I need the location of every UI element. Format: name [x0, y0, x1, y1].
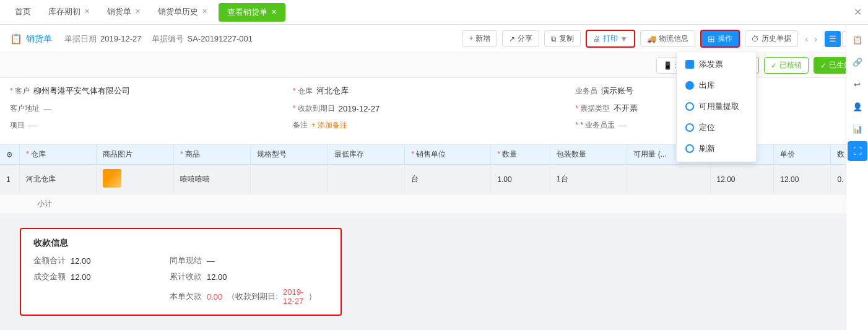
row-available — [627, 165, 710, 194]
row-min-stock — [328, 165, 404, 194]
available-icon — [685, 102, 694, 111]
tab-inventory-close[interactable]: ✕ — [84, 7, 90, 15]
sidebar-undo-btn[interactable]: ↩ — [848, 74, 867, 94]
payment-date-label: 收款到期日 — [293, 103, 335, 114]
window-close[interactable]: ✕ — [854, 6, 862, 18]
nav-arrows: ‹ › — [803, 33, 820, 45]
row-current: 12.00 — [710, 165, 774, 194]
tab-view-sales-close[interactable]: ✕ — [271, 8, 277, 16]
invoice-icon — [685, 60, 694, 69]
operations-dropdown: 添发票 出库 可用量提取 定位 刷新 — [676, 51, 757, 162]
customer-label: 客户 — [10, 86, 30, 97]
row-spec — [251, 165, 328, 194]
total-value: 12.00 — [71, 256, 91, 266]
row-qty: 1.00 — [491, 165, 550, 194]
doc-type-icon: 📋 销货单 — [10, 33, 52, 45]
staff2-value: — — [618, 121, 627, 130]
col-pkg-qty: 包装数量 — [550, 145, 627, 165]
tab-sales-history-close[interactable]: ✕ — [202, 7, 207, 15]
payment-title: 收款信息 — [33, 238, 328, 249]
sidebar-user-btn[interactable]: 👤 — [848, 97, 867, 116]
tab-sales-close[interactable]: ✕ — [135, 7, 141, 15]
ticket-label: 票据类型 — [575, 103, 610, 114]
share-button[interactable]: ↗ 分享 — [502, 30, 539, 47]
tab-home[interactable]: 首页 — [6, 0, 40, 25]
outbound-item[interactable]: 出库 — [677, 75, 756, 96]
row-price: 12.00 — [774, 165, 831, 194]
address-label: 客户地址 — [10, 103, 40, 114]
cumulative-label: 累计收款 — [170, 271, 202, 282]
subtotal-label: 小计 — [0, 194, 868, 214]
print-button[interactable]: 🖨 打印 ▼ — [586, 30, 635, 48]
col-min-stock: 最低库存 — [328, 145, 404, 165]
doc-header: 📋 销货单 单据日期 2019-12-27 单据编号 SA-20191227-0… — [0, 25, 868, 53]
warehouse-label: 仓库 — [293, 86, 313, 97]
tab-inventory[interactable]: 库存期初 ✕ — [40, 0, 98, 25]
warehouse-value: 河北仓库 — [316, 85, 349, 97]
sidebar-chart-btn[interactable]: 📊 — [848, 119, 867, 139]
owed-label: 本单欠款 — [170, 291, 202, 302]
new-button[interactable]: + 新增 — [462, 30, 497, 47]
cumulative-value: 12.00 — [207, 272, 227, 282]
verified-button[interactable]: ✓ 已核销 — [764, 57, 809, 74]
available-qty-item[interactable]: 可用量提取 — [677, 96, 756, 117]
col-product: * 商品 — [173, 145, 250, 165]
total-label: 金额合计 — [33, 255, 66, 266]
customer-value: 柳州粤港平安气体有限公司 — [33, 85, 130, 97]
phone-icon: 📱 — [663, 61, 672, 70]
share-icon: ↗ — [509, 35, 515, 43]
tab-sales[interactable]: 销货单 ✕ — [98, 0, 149, 25]
owed-note: （收款到期日: — [227, 291, 278, 302]
subtotal-row: 小计 — [0, 194, 868, 214]
print-icon: 🖨 — [593, 35, 601, 43]
col-settings[interactable]: ⚙ — [0, 145, 20, 165]
locate-item[interactable]: 定位 — [677, 117, 756, 138]
sidebar-doc-btn[interactable]: 📋 — [848, 30, 867, 50]
logistics-button[interactable]: 🚚 物流信息 — [640, 30, 695, 47]
add-invoice-item[interactable]: 添发票 — [677, 54, 756, 75]
owed-date: 2019-12-27 — [283, 287, 303, 306]
settlement-label: 同单现结 — [170, 255, 202, 266]
col-qty: * 数量 — [491, 145, 550, 165]
row-index: 1 — [0, 165, 20, 194]
right-sidebar: 📋 🔗 ↩ 👤 📊 ⛶ — [846, 25, 868, 330]
row-pkg-qty: 1台 — [550, 165, 627, 194]
tab-sales-history[interactable]: 销货单历史 ✕ — [149, 0, 216, 25]
refresh-icon — [685, 144, 694, 153]
row-unit: 台 — [405, 165, 491, 194]
col-unit: * 销售单位 — [405, 145, 491, 165]
print-dropdown-arrow[interactable]: ▼ — [620, 35, 628, 43]
staff2-label: * 业务员盂 — [575, 120, 615, 131]
project-value: — — [28, 121, 37, 130]
staff-label: 业务员 — [575, 86, 597, 97]
project-label: 项目 — [10, 120, 25, 131]
prev-arrow[interactable]: ‹ — [803, 33, 811, 45]
deal-value: 12.00 — [71, 272, 91, 282]
tab-view-sales[interactable]: 查看销货单 ✕ — [219, 3, 285, 22]
col-price: 单价 — [774, 145, 831, 165]
copy-button[interactable]: ⧉ 复制 — [544, 30, 581, 47]
refresh-item[interactable]: 刷新 — [677, 138, 756, 159]
check-icon2: ✓ — [820, 61, 827, 70]
payment-box: 收款信息 金额合计 12.00 同单现结 — 成交金额 12.00 累计收款 1… — [20, 228, 342, 316]
next-arrow[interactable]: › — [812, 33, 820, 45]
locate-icon — [685, 123, 694, 132]
list-view-btn[interactable]: ☰ — [825, 31, 841, 47]
operations-button[interactable]: ⊞ 操作 — [700, 30, 740, 48]
col-spec: 规格型号 — [251, 145, 328, 165]
row-image — [97, 165, 173, 194]
sidebar-expand-btn[interactable]: ⛶ — [848, 141, 867, 161]
staff-value: 演示账号 — [601, 85, 633, 97]
row-product: 嘻嘻嘻嘻 — [173, 165, 250, 194]
history-button[interactable]: ⏱ 历史单据 — [745, 30, 798, 47]
sidebar-link-btn[interactable]: 🔗 — [848, 52, 867, 72]
add-remark-button[interactable]: 添加备注 — [311, 120, 347, 131]
col-image: 商品图片 — [97, 145, 173, 165]
truck-icon: 🚚 — [647, 35, 656, 43]
deal-label: 成交金额 — [33, 271, 66, 282]
col-warehouse: * 仓库 — [20, 145, 97, 165]
outbound-icon — [685, 81, 694, 90]
copy-icon: ⧉ — [551, 35, 557, 43]
doc-actions: + 新增 ↗ 分享 ⧉ 复制 🖨 打印 ▼ 🚚 物流信息 ⊞ 操作 — [462, 30, 858, 48]
owed-value: 0.00 — [207, 292, 222, 302]
